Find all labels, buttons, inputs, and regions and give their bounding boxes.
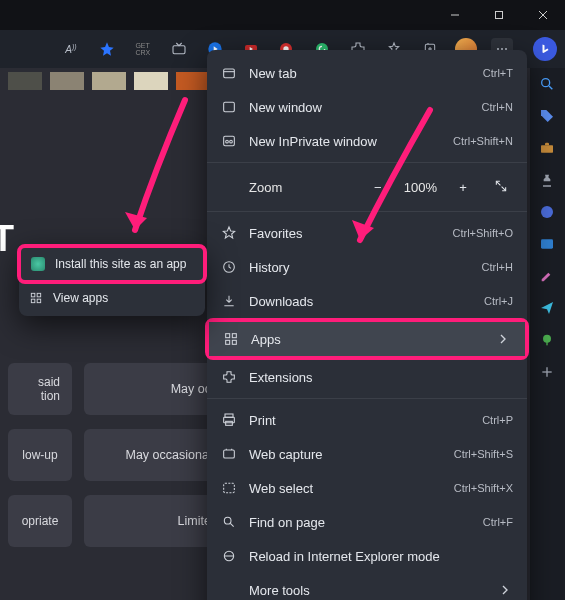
ie-icon xyxy=(221,548,237,564)
svg-point-45 xyxy=(224,517,231,524)
svg-rect-29 xyxy=(224,69,235,78)
chevron-right-icon xyxy=(495,331,511,347)
blank-icon xyxy=(221,582,237,598)
outlook-icon[interactable] xyxy=(539,236,557,254)
menu-new-tab[interactable]: New tab Ctrl+T xyxy=(207,56,527,90)
chevron-right-icon xyxy=(497,582,513,598)
menu-label: Print xyxy=(249,413,470,428)
svg-point-34 xyxy=(230,140,233,143)
search-icon[interactable] xyxy=(539,76,557,94)
svg-rect-26 xyxy=(546,342,547,345)
find-icon xyxy=(221,514,237,530)
swatch[interactable] xyxy=(176,72,210,90)
site-app-icon xyxy=(31,257,45,271)
menu-label: Extensions xyxy=(249,370,513,385)
new-tab-icon xyxy=(221,65,237,81)
menu-web-select[interactable]: Web select Ctrl+Shift+X xyxy=(207,471,527,505)
briefcase-icon[interactable] xyxy=(539,140,557,158)
svg-line-46 xyxy=(230,523,233,526)
menu-more-tools[interactable]: More tools xyxy=(207,573,527,600)
svg-rect-44 xyxy=(224,483,235,492)
menu-label: Find on page xyxy=(249,515,471,530)
menu-separator xyxy=(207,398,527,399)
svg-rect-42 xyxy=(226,421,233,425)
submenu-view-apps[interactable]: View apps xyxy=(19,282,205,314)
svg-rect-36 xyxy=(226,334,230,338)
zoom-label: Zoom xyxy=(249,180,352,195)
edit-icon[interactable] xyxy=(539,268,557,286)
menu-label: More tools xyxy=(249,583,485,598)
submenu-label: View apps xyxy=(53,291,195,305)
shortcut: Ctrl+F xyxy=(483,516,513,528)
swatch[interactable] xyxy=(134,72,168,90)
shortcut: Ctrl+Shift+O xyxy=(452,227,513,239)
get-crx-icon[interactable]: GETCRX xyxy=(132,38,154,60)
swatch[interactable] xyxy=(92,72,126,90)
svg-rect-39 xyxy=(232,340,236,344)
apps-grid-icon xyxy=(223,331,239,347)
menu-find[interactable]: Find on page Ctrl+F xyxy=(207,505,527,539)
apps-grid-icon xyxy=(29,291,43,305)
menu-web-capture[interactable]: Web capture Ctrl+Shift+S xyxy=(207,437,527,471)
svg-point-25 xyxy=(543,335,551,343)
send-icon[interactable] xyxy=(539,300,557,318)
menu-reload-ie[interactable]: Reload in Internet Explorer mode xyxy=(207,539,527,573)
tag-icon[interactable] xyxy=(539,108,557,126)
tv-icon[interactable] xyxy=(168,38,190,60)
window-titlebar xyxy=(0,0,565,30)
svg-rect-51 xyxy=(31,293,34,297)
new-window-icon xyxy=(221,99,237,115)
add-icon[interactable] xyxy=(539,364,557,382)
bing-button[interactable] xyxy=(533,37,557,61)
shortcut: Ctrl+J xyxy=(484,295,513,307)
menu-downloads[interactable]: Downloads Ctrl+J xyxy=(207,284,527,318)
capture-icon xyxy=(221,446,237,462)
svg-point-20 xyxy=(542,79,550,87)
globe-icon[interactable] xyxy=(539,204,557,222)
annotation-arrow xyxy=(340,100,460,264)
svg-rect-53 xyxy=(31,299,34,303)
svg-point-33 xyxy=(226,140,229,143)
menu-print[interactable]: Print Ctrl+P xyxy=(207,403,527,437)
swatch[interactable] xyxy=(8,72,42,90)
menu-label: Web capture xyxy=(249,447,442,462)
svg-rect-38 xyxy=(226,340,230,344)
example-fragment[interactable]: said tion xyxy=(8,363,72,415)
download-icon xyxy=(221,293,237,309)
chess-icon[interactable] xyxy=(539,172,557,190)
svg-marker-55 xyxy=(125,212,147,230)
shortcut: Ctrl+Shift+S xyxy=(454,448,513,460)
menu-label: Downloads xyxy=(249,294,472,309)
menu-extensions[interactable]: Extensions xyxy=(207,360,527,394)
menu-label: Reload in Internet Explorer mode xyxy=(249,549,513,564)
example-fragment[interactable]: opriate xyxy=(8,495,72,547)
tree-icon[interactable] xyxy=(539,332,557,350)
favorites-star-icon[interactable] xyxy=(96,38,118,60)
apps-highlight: Apps xyxy=(205,318,529,360)
window-close-button[interactable] xyxy=(521,0,565,30)
shortcut: Ctrl+Shift+N xyxy=(453,135,513,147)
window-maximize-button[interactable] xyxy=(477,0,521,30)
select-icon xyxy=(221,480,237,496)
page-title-fragment: T xyxy=(0,218,14,260)
history-icon xyxy=(221,259,237,275)
menu-label: Apps xyxy=(251,332,483,347)
example-fragment[interactable]: low-up xyxy=(8,429,72,481)
menu-apps[interactable]: Apps xyxy=(209,322,525,356)
shortcut: Ctrl+P xyxy=(482,414,513,426)
print-icon xyxy=(221,412,237,428)
annotation-arrow xyxy=(115,90,215,254)
star-icon xyxy=(221,225,237,241)
window-minimize-button[interactable] xyxy=(433,0,477,30)
puzzle-icon xyxy=(221,369,237,385)
svg-rect-24 xyxy=(541,239,553,248)
fullscreen-button[interactable] xyxy=(489,179,513,196)
menu-label: New tab xyxy=(249,66,471,81)
shortcut: Ctrl+T xyxy=(483,67,513,79)
shortcut: Ctrl+Shift+X xyxy=(454,482,513,494)
read-aloud-icon[interactable]: A)) xyxy=(60,38,82,60)
svg-rect-52 xyxy=(37,293,41,297)
edge-sidebar xyxy=(531,68,565,600)
swatch[interactable] xyxy=(50,72,84,90)
svg-rect-4 xyxy=(173,46,185,54)
